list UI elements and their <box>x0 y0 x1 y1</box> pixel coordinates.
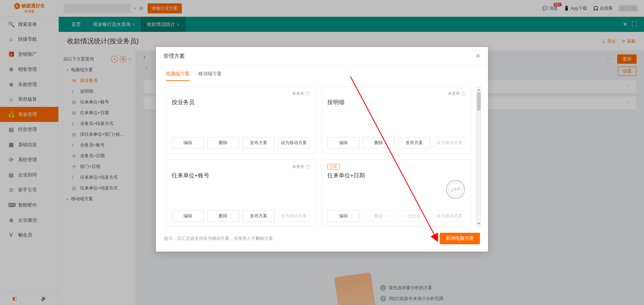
help-icon[interactable]: ? <box>305 91 310 96</box>
scheme-card-2: 未发布?往来单位+账号编辑删除发布方案设为移动方案 <box>166 160 316 227</box>
manage-scheme-modal: 管理方案 ✕ 电脑端方案 移动端方案 未发布?按业务员编辑删除发布方案设为移动方… <box>156 47 488 252</box>
modal-tab-pc[interactable]: 电脑端方案 <box>166 71 190 81</box>
modal-scrollbar[interactable]: ▲ ▼ <box>476 86 481 227</box>
card-action-2[interactable]: 发布方案 <box>243 137 275 148</box>
card-action-0[interactable]: 编辑 <box>327 137 360 148</box>
scroll-down-icon[interactable]: ▼ <box>477 221 481 226</box>
scheme-card-1: 未发布?按明细编辑删除发布方案设为移动方案 <box>322 86 471 154</box>
card-action-2[interactable]: 发布方案 <box>243 210 275 222</box>
help-icon[interactable]: ? <box>305 165 310 169</box>
card-action-1[interactable]: 删除 <box>363 137 395 148</box>
scheme-card-3: 公共往来单位+日期已发布编辑删除已发布设为移动方案 <box>322 160 471 227</box>
card-action-3[interactable]: 设为移动方案 <box>278 137 310 148</box>
scroll-thumb[interactable] <box>477 92 481 111</box>
help-icon[interactable]: ? <box>461 91 466 96</box>
card-title: 往来单位+日期 <box>327 172 466 179</box>
card-action-3: 设为移动方案 <box>434 137 466 148</box>
add-pc-scheme-button[interactable]: 新增电脑方案 <box>440 233 480 244</box>
card-status-label: 未发布 <box>292 164 304 170</box>
modal-tab-mobile[interactable]: 移动端方案 <box>198 71 222 81</box>
scroll-up-icon[interactable]: ▲ <box>477 87 481 92</box>
card-action-0[interactable]: 编辑 <box>172 210 204 222</box>
card-action-3: 设为移动方案 <box>278 210 310 222</box>
card-action-1: 删除 <box>363 210 395 222</box>
card-action-0[interactable]: 编辑 <box>327 210 360 222</box>
modal-title: 管理方案 <box>163 53 185 60</box>
card-action-2[interactable]: 发布方案 <box>398 137 430 148</box>
card-status-label: 未发布 <box>448 91 460 96</box>
scheme-card-0: 未发布?按业务员编辑删除发布方案设为移动方案 <box>166 86 316 154</box>
card-action-2: 已发布 <box>398 210 430 222</box>
card-title: 按业务员 <box>172 98 310 106</box>
published-stamp: 已发布 <box>445 179 467 201</box>
card-action-0[interactable]: 编辑 <box>172 137 204 148</box>
card-title: 往来单位+账号 <box>172 172 310 179</box>
card-status-label: 未发布 <box>292 91 304 96</box>
card-action-1[interactable]: 删除 <box>207 137 239 148</box>
public-badge: 公共 <box>327 164 339 170</box>
modal-tabs: 电脑端方案 移动端方案 <box>156 66 488 81</box>
close-icon[interactable]: ✕ <box>476 52 481 60</box>
card-action-3: 设为移动方案 <box>434 210 466 222</box>
modal-tip: 提示：仅汇总表支持设为移动方案，仅发布人可删除方案。 <box>164 235 277 242</box>
card-action-1[interactable]: 删除 <box>207 210 239 222</box>
card-title: 按明细 <box>327 98 466 106</box>
